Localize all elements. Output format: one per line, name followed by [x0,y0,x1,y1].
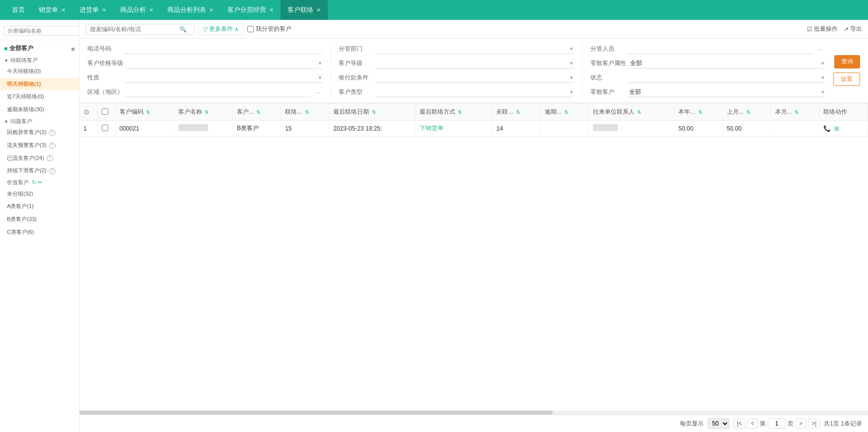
sort-icon-5[interactable]: ⇅ [458,109,462,115]
filter-field-phone: 电话号码 [87,44,322,54]
row-checkbox[interactable] [102,125,108,131]
sidebar-search-input[interactable] [4,26,79,36]
row-last-contact-date: 2023-05-23 18:25: [333,125,382,132]
th-last-month: 上月... ⇅ [723,104,771,121]
total-label: 共1页 1条记录 [824,420,862,428]
sidebar-item-tomorrow[interactable]: 明天待联络(1) [0,78,79,91]
per-page-select[interactable]: 50 [708,418,729,429]
nature-select[interactable] [124,72,317,82]
batch-op-btn[interactable]: ☑ 批量操作 [807,25,838,33]
row-last-contact-method-link[interactable]: 下销货单 [420,125,443,132]
sidebar-item-7days[interactable]: 近7天待联络(0) [0,90,79,103]
sidebar-item-churned[interactable]: 已流失客户(24) ? [0,152,79,165]
customer-type-select[interactable] [375,87,569,97]
help-icon-3[interactable]: ? [47,155,53,161]
customer-level-select[interactable] [375,58,569,68]
my-customers-checkbox[interactable] [247,26,254,32]
sidebar-item-ungrouped-label: 未分组(32) [7,191,33,197]
my-customers-wrap[interactable]: 我分管的客户 [247,25,291,33]
sidebar-item-class-c[interactable]: C类客户(6) [0,226,79,239]
sort-icon-6[interactable]: ⇅ [516,109,520,115]
sidebar-item-overdue[interactable]: 逾期未联络(30) [0,103,79,116]
td-no-contact: 14 [492,121,540,137]
dept-select[interactable] [375,44,569,54]
gear-icon[interactable]: ⚙ [83,108,90,116]
sort-icon-2[interactable]: ⇅ [256,109,260,115]
divider-3 [330,59,331,69]
help-icon-1[interactable]: ? [49,130,56,136]
td-checkbox [97,121,115,137]
select-all-checkbox[interactable] [102,108,108,115]
price-level-select[interactable] [125,58,317,68]
sort-icon-3[interactable]: ⇅ [305,109,309,115]
toolbar-right: ☑ 批量操作 ↗ 导出 [807,25,862,33]
dept-caret: ▼ [569,46,574,52]
more-filter-label: 更多条件 [209,25,233,33]
nav-product-analysis-close[interactable]: ✕ [149,7,153,13]
sort-icon-8[interactable]: ⇅ [637,109,641,115]
status-select[interactable] [627,72,820,82]
sidebar-item-churn-warning[interactable]: 流失预警客户(3) ? [0,139,79,152]
row-last-month: 50.00 [727,125,742,132]
sort-icon-4[interactable]: ⇅ [372,109,376,115]
payment-select[interactable] [375,72,569,82]
export-btn[interactable]: ↗ 导出 [844,25,862,33]
phone-input[interactable] [124,44,322,54]
filter-field-person: 分管人员 ··· [590,44,825,54]
retail-select[interactable]: 全部 [627,87,820,97]
nav-customer-stratification[interactable]: 客户分层经营 ✕ [220,0,281,20]
sort-icon-9[interactable]: ⇅ [698,109,702,115]
nav-home[interactable]: 首页 [5,0,32,20]
first-page-btn[interactable]: |< [733,419,745,429]
help-icon-4[interactable]: ? [49,168,56,174]
page-input[interactable] [768,419,786,429]
sort-icon-10[interactable]: ⇅ [746,109,750,115]
sort-icon-11[interactable]: ⇅ [795,109,798,115]
action-grid-icon[interactable]: ⊞ [834,125,839,132]
nav-purchase[interactable]: 进货单 ✕ [72,0,113,20]
region-input[interactable] [125,87,311,97]
sort-icon-1[interactable]: ⇅ [205,109,209,115]
sidebar-all-customers[interactable]: ■ 全部客户 « [0,42,79,55]
region-dots-btn[interactable]: ··· [313,88,323,96]
retail-attr-select[interactable]: 全部 [628,58,820,68]
nav-product-analysis-list-close[interactable]: ✕ [209,7,214,13]
page-prefix-label: 第 [760,420,766,428]
nav-customer-contact-close[interactable]: ✕ [316,7,321,13]
settings-button[interactable]: 设置 [833,72,860,86]
help-icon-2[interactable]: ? [49,143,56,149]
nav-purchase-close[interactable]: ✕ [102,7,106,13]
last-page-btn[interactable]: >| [808,419,820,429]
payment-caret: ▼ [569,75,574,80]
next-page-btn[interactable]: > [796,419,806,429]
query-button[interactable]: 查询 [834,55,860,69]
nav-product-analysis[interactable]: 商品分析 ✕ [113,0,160,20]
prev-page-btn[interactable]: < [747,419,758,429]
person-input[interactable] [627,44,814,54]
nav-sales-close[interactable]: ✕ [61,7,66,13]
nav-sales[interactable]: 销货单 ✕ [32,0,72,20]
sort-icon-7[interactable]: ⇅ [564,109,568,115]
sidebar-item-class-b[interactable]: B类客户(33) [0,213,79,226]
nav-customer-stratification-close[interactable]: ✕ [269,7,274,13]
horizontal-scrollbar[interactable] [79,411,868,415]
th-overdue: 逾期... ⇅ [540,104,588,121]
search-input[interactable] [90,26,179,33]
td-last-contact-method: 下销货单 [416,121,492,137]
sort-icon-0[interactable]: ⇅ [146,109,150,115]
retail-wrap: 全部 ▼ [627,87,825,97]
person-dots-btn[interactable]: ··· [815,45,825,53]
nav-product-analysis-list[interactable]: 商品分析列表 ✕ [160,0,220,20]
sidebar-item-declining[interactable]: 持续下滑客户(2) ? [0,164,79,177]
nav-customer-contact[interactable]: 客户联络 ✕ [281,0,328,20]
sidebar-item-repurchase-anomaly[interactable]: 回购异常客户(2) ? [0,126,79,139]
more-filter-btn[interactable]: ▽ 更多条件 ∧ [199,23,243,35]
sidebar-item-ungrouped[interactable]: 未分组(32) [0,188,79,201]
action-phone-icon[interactable]: 📞 [823,125,831,132]
search-icon[interactable]: 🔍 [179,26,187,33]
value-group-edit-icons[interactable]: ↻ ✏ [32,179,42,186]
sidebar-pending-group-label: 待联络客户 [10,57,38,64]
td-last-month: 50.00 [723,121,771,137]
sidebar-item-today[interactable]: 今天待联络(0) [0,65,79,78]
sidebar-item-class-a[interactable]: A类客户(1) [0,200,79,213]
